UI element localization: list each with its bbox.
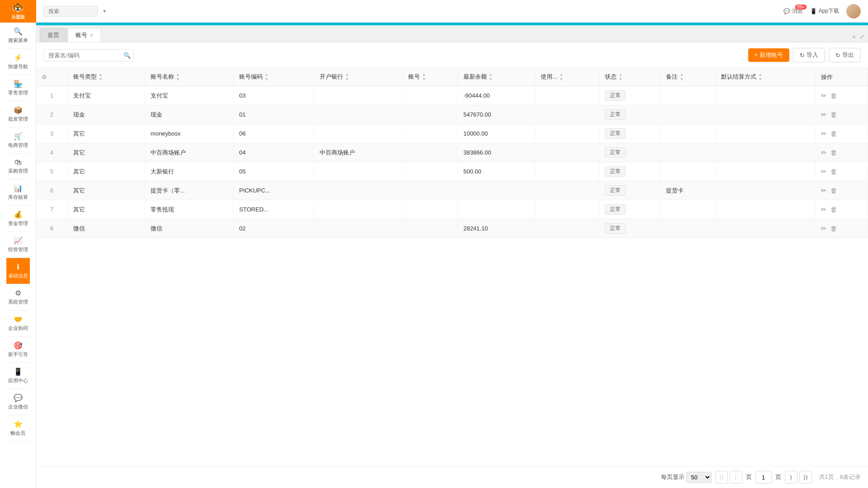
sidebar-item-wechat[interactable]: 💬企业微信 xyxy=(6,389,30,415)
cell-type: 其它 xyxy=(67,200,145,219)
toolbar-left: 🔍 xyxy=(43,49,134,61)
search-icon[interactable]: 🔍 xyxy=(123,52,131,59)
col-name[interactable]: 账号名称▲▼ xyxy=(145,68,234,86)
sidebar-item-operations[interactable]: 📈经营管理 xyxy=(6,232,30,258)
delete-icon[interactable]: 🗑 xyxy=(830,225,837,233)
content-area: 🔍 + 新增账号 ↻ 导入 ↻ 导出 ⚙账号类型▲▼账号名称▲▼账号编码▲▼开户… xyxy=(36,42,868,488)
status-badge: 正常 xyxy=(605,109,626,120)
edit-icon[interactable]: ✏ xyxy=(821,187,827,195)
cell-name: 微信 xyxy=(145,219,234,238)
delete-icon[interactable]: 🗑 xyxy=(830,206,837,214)
main-area: ▾ 💬 消息 99+ 📱 App下载 首页 账号 × xyxy=(36,0,868,488)
delete-icon[interactable]: 🗑 xyxy=(830,168,837,176)
col-type[interactable]: 账号类型▲▼ xyxy=(67,68,145,86)
col-balance[interactable]: 最新余额▲▼ xyxy=(458,68,535,86)
delete-icon[interactable]: 🗑 xyxy=(830,92,837,100)
sidebar-item-retail[interactable]: 🏪零售管理 xyxy=(6,75,30,101)
cell-num: 8 xyxy=(36,219,67,238)
cell-action: ✏ 🗑 xyxy=(815,162,868,181)
sidebar-label-wholesale: 批发管理 xyxy=(8,116,28,122)
import-icon: ↻ xyxy=(800,52,805,59)
topbar-dropdown-icon[interactable]: ▾ xyxy=(103,8,106,14)
cell-balance xyxy=(458,181,535,200)
page-unit: 页 xyxy=(775,473,781,481)
cell-usage xyxy=(535,181,599,200)
col-remark[interactable]: 备注▲▼ xyxy=(660,68,716,86)
sidebar-item-wholesale[interactable]: 📦批发管理 xyxy=(6,101,30,127)
cell-type: 其它 xyxy=(67,143,145,162)
delete-icon[interactable]: 🗑 xyxy=(830,111,837,119)
col-status[interactable]: 状态▲▼ xyxy=(599,68,660,86)
cell-name: 中百商场账户 xyxy=(145,143,234,162)
page-prev-button[interactable]: ⟨ xyxy=(730,471,742,483)
avatar[interactable] xyxy=(846,4,861,19)
page-input[interactable] xyxy=(755,471,772,483)
tab-close-window[interactable]: × xyxy=(852,33,856,40)
page-size-select[interactable]: 102050100 xyxy=(686,472,712,483)
cell-type: 其它 xyxy=(67,124,145,143)
col-action: 操作 xyxy=(815,68,868,86)
page-next-button[interactable]: ⟩ xyxy=(785,471,797,483)
search-input[interactable] xyxy=(48,52,121,59)
edit-icon[interactable]: ✏ xyxy=(821,168,827,176)
cell-remark xyxy=(660,200,716,219)
col-settlement[interactable]: 默认结算方式▲▼ xyxy=(716,68,816,86)
edit-icon[interactable]: ✏ xyxy=(821,149,827,157)
action-buttons: ✏ 🗑 xyxy=(821,206,862,214)
wholesale-icon: 📦 xyxy=(14,106,23,114)
tab-maximize-window[interactable]: ⤢ xyxy=(859,33,864,40)
delete-icon[interactable]: 🗑 xyxy=(830,149,837,157)
edit-icon[interactable]: ✏ xyxy=(821,206,827,214)
settings-icon[interactable]: ⚙ xyxy=(42,74,47,80)
col-code[interactable]: 账号编码▲▼ xyxy=(234,68,314,86)
page-last-button[interactable]: ⟩⟩ xyxy=(799,471,812,483)
topbar-search-input[interactable] xyxy=(43,6,98,17)
sidebar-label-inventory: 库存核算 xyxy=(8,194,28,201)
import-button[interactable]: ↻ 导入 xyxy=(793,48,825,62)
export-button[interactable]: ↻ 导出 xyxy=(829,48,861,62)
col-bank[interactable]: 开户银行▲▼ xyxy=(314,68,403,86)
add-account-button[interactable]: + 新增账号 xyxy=(748,48,789,62)
sidebar-item-app_center[interactable]: 📱应用中心 xyxy=(6,363,30,389)
sort-icon-account: ▲▼ xyxy=(422,73,426,81)
sidebar-item-purchase[interactable]: 🛍采购管理 xyxy=(6,154,30,179)
tab-home[interactable]: 首页 xyxy=(40,28,67,42)
sidebar-label-retail: 零售管理 xyxy=(8,89,28,96)
sidebar-item-finance[interactable]: 💰资金管理 xyxy=(6,206,30,232)
tab-account[interactable]: 账号 × xyxy=(68,28,101,42)
delete-icon[interactable]: 🗑 xyxy=(830,130,837,138)
sidebar-item-ecommerce[interactable]: 🛒电商管理 xyxy=(6,127,30,154)
sort-icon-remark: ▲▼ xyxy=(679,73,684,81)
status-badge: 正常 xyxy=(605,128,626,139)
edit-icon[interactable]: ✏ xyxy=(821,130,827,138)
delete-icon[interactable]: 🗑 xyxy=(830,187,837,195)
toolbar-right: + 新增账号 ↻ 导入 ↻ 导出 xyxy=(748,48,861,62)
cell-remark xyxy=(660,219,716,238)
sidebar-item-inventory[interactable]: 📊库存核算 xyxy=(6,179,30,206)
edit-icon[interactable]: ✏ xyxy=(821,225,827,233)
cell-balance: -90444.00 xyxy=(458,86,535,105)
cell-remark xyxy=(660,86,716,105)
action-buttons: ✏ 🗑 xyxy=(821,149,862,157)
sidebar-item-guide[interactable]: 🎯新手引导 xyxy=(6,337,30,363)
message-button[interactable]: 💬 消息 99+ xyxy=(783,7,803,15)
sidebar-item-system[interactable]: ⚙系统管理 xyxy=(6,284,30,310)
tab-close-icon[interactable]: × xyxy=(90,32,93,38)
app-download-button[interactable]: 📱 App下载 xyxy=(810,7,839,15)
col-usage[interactable]: 使用...▲▼ xyxy=(535,68,599,86)
edit-icon[interactable]: ✏ xyxy=(821,92,827,100)
cell-num: 1 xyxy=(36,86,67,105)
sidebar-item-basic[interactable]: ℹ基础信息 xyxy=(6,258,30,284)
sidebar-item-member[interactable]: ⭐畅会员 xyxy=(6,415,30,441)
system-icon: ⚙ xyxy=(15,289,21,297)
sidebar-item-search[interactable]: 🔍搜索菜单 xyxy=(6,23,30,49)
sidebar-item-shortcut[interactable]: ⚡快捷导航 xyxy=(6,49,30,75)
status-badge: 正常 xyxy=(605,185,626,196)
cell-code: 04 xyxy=(234,143,314,162)
content-toolbar: 🔍 + 新增账号 ↻ 导入 ↻ 导出 xyxy=(36,42,868,68)
sidebar-item-enterprise[interactable]: 🤝企业协同 xyxy=(6,310,30,337)
page-first-button[interactable]: ⟨⟨ xyxy=(715,471,728,483)
edit-icon[interactable]: ✏ xyxy=(821,111,827,119)
col-account[interactable]: 账号▲▼ xyxy=(403,68,458,86)
sort-icon-settlement: ▲▼ xyxy=(758,73,762,81)
